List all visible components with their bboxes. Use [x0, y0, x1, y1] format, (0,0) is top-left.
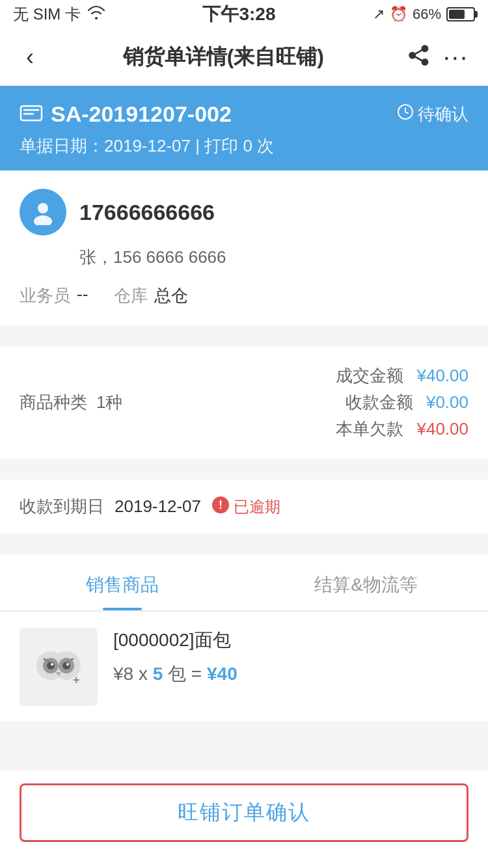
wifi-icon [87, 5, 105, 23]
salesman-item: 业务员 -- [20, 284, 88, 307]
owed-label: 本单欠款 [336, 418, 403, 441]
share-button[interactable] [407, 43, 430, 72]
received-row: 收款金额 ¥0.00 [346, 391, 468, 414]
product-name: [0000002]面包 [113, 628, 468, 653]
svg-point-10 [47, 662, 55, 670]
amount-value: ¥40.00 [416, 366, 468, 386]
svg-point-12 [51, 663, 53, 666]
svg-point-3 [34, 215, 52, 225]
svg-point-2 [38, 203, 48, 213]
battery-percent: 66% [413, 6, 441, 23]
divider-2 [0, 469, 488, 480]
received-value: ¥0.00 [426, 392, 468, 413]
owed-value: ¥40.00 [416, 419, 468, 439]
svg-point-13 [66, 663, 69, 666]
location-icon: ↗ [373, 6, 385, 23]
due-label: 收款到期日 [20, 495, 104, 518]
order-header: SA-20191207-002 待确认 单据日期：2019-12-07 | 打印… [0, 86, 488, 170]
product-thumbnail: + [20, 628, 98, 706]
back-button[interactable]: ‹ [20, 37, 40, 77]
overdue-text: 已逾期 [234, 496, 280, 517]
tab-sales[interactable]: 销售商品 [0, 554, 244, 610]
customer-contact: 张，156 6666 6666 [20, 246, 468, 269]
status-right: ↗ ⏰ 66% [373, 6, 475, 23]
customer-phone: 17666666666 [79, 200, 215, 225]
product-type: 商品种类 1种 [20, 364, 122, 441]
status-left: 无 SIM 卡 [13, 4, 105, 25]
overdue-badge: ! 已逾期 [211, 496, 280, 518]
status-bar: 无 SIM 卡 下午3:28 ↗ ⏰ 66% [0, 0, 488, 29]
due-date-section: 收款到期日 2019-12-07 ! 已逾期 [0, 480, 488, 534]
salesman-label: 业务员 [20, 284, 70, 307]
summary-section: 商品种类 1种 成交金额 ¥40.00 收款金额 ¥0.00 本单欠款 ¥40.… [0, 346, 488, 459]
amount-summary: 成交金额 ¥40.00 收款金额 ¥0.00 本单欠款 ¥40.00 [336, 364, 468, 441]
warehouse-label: 仓库 [114, 284, 148, 307]
product-info: [0000002]面包 ¥8 x 5 包 = ¥40 [113, 628, 468, 686]
alarm-icon: ⏰ [390, 6, 407, 23]
svg-point-11 [62, 662, 70, 670]
owed-row: 本单欠款 ¥40.00 [336, 418, 468, 441]
warehouse-item: 仓库 总仓 [114, 284, 188, 307]
product-quantity: 5 [153, 664, 163, 684]
time-label: 下午3:28 [202, 2, 275, 27]
amount-row: 成交金额 ¥40.00 [336, 364, 468, 387]
warning-icon: ! [211, 496, 230, 518]
order-date-row: 单据日期：2019-12-07 | 打印 0 次 [20, 135, 468, 157]
due-date-value: 2019-12-07 [115, 496, 201, 517]
avatar [20, 189, 66, 236]
nav-bar: ‹ 销货单详情(来自旺铺) ··· [0, 29, 488, 86]
product-type-value: 1种 [96, 391, 122, 414]
product-item: + [0000002]面包 ¥8 x 5 包 = ¥40 [20, 628, 468, 706]
battery-icon [446, 7, 475, 21]
salesman-value: -- [77, 284, 88, 307]
order-status: 待确认 [397, 103, 468, 126]
customer-meta: 业务员 -- 仓库 总仓 [20, 279, 468, 307]
tabs: 销售商品 结算&物流等 [0, 554, 488, 611]
divider-3 [0, 544, 488, 554]
carrier-label: 无 SIM 卡 [13, 4, 81, 25]
nav-actions: ··· [407, 42, 468, 72]
customer-section: 17666666666 张，156 6666 6666 业务员 -- 仓库 总仓 [0, 170, 488, 325]
product-total: ¥40 [207, 664, 237, 684]
warehouse-value: 总仓 [154, 284, 188, 307]
order-icon [20, 102, 43, 127]
clock-icon [397, 103, 414, 125]
received-label: 收款金额 [346, 391, 413, 414]
product-type-label: 商品种类 [20, 391, 87, 414]
more-button[interactable]: ··· [443, 42, 468, 72]
amount-label: 成交金额 [336, 364, 403, 387]
page-title: 销货单详情(来自旺铺) [123, 43, 324, 72]
tab-settlement[interactable]: 结算&物流等 [244, 554, 488, 610]
divider-1 [0, 336, 488, 346]
product-price: ¥8 x 5 包 = ¥40 [113, 662, 468, 686]
bottom-button-area: 旺铺订单确认 [0, 770, 488, 868]
confirm-button[interactable]: 旺铺订单确认 [20, 783, 468, 842]
order-id: SA-20191207-002 [20, 102, 232, 127]
svg-text:!: ! [219, 498, 223, 511]
svg-text:+: + [73, 673, 80, 686]
products-section: + [0000002]面包 ¥8 x 5 包 = ¥40 [0, 612, 488, 722]
customer-header: 17666666666 [20, 189, 468, 236]
